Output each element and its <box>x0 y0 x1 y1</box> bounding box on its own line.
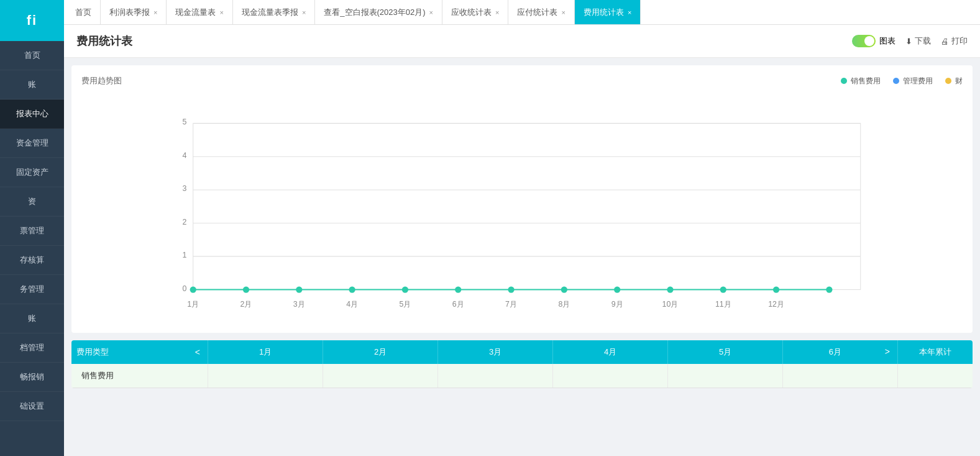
table-header-row: 费用类型 < 1月 2月 3月 4月 5月 6月 > 本年累计 <box>71 340 973 364</box>
sidebar-item-expense[interactable]: 畅报销 <box>0 363 64 392</box>
chart-section: 费用趋势图 销售费用 管理费用 财 <box>71 65 973 333</box>
table-cell-sales-m4 <box>553 364 668 388</box>
sidebar-item-reports[interactable]: 报表中心 <box>0 100 64 129</box>
svg-point-16 <box>349 286 355 292</box>
legend-dot-sales <box>841 78 847 84</box>
tab-close-expense-stats[interactable]: × <box>628 9 631 16</box>
download-icon: ⬇ <box>905 37 912 46</box>
next-arrow[interactable]: > <box>882 347 892 356</box>
table-cell-sales-m1 <box>208 364 323 388</box>
sidebar-item-home[interactable]: 首页 <box>0 41 64 70</box>
tab-close-payable[interactable]: × <box>561 9 565 16</box>
svg-text:2: 2 <box>183 218 187 226</box>
chart-toggle[interactable] <box>852 35 876 47</box>
table-header-month-4: 4月 <box>553 340 668 364</box>
table-header-month-5: 5月 <box>668 340 783 364</box>
chart-title: 费用趋势图 <box>81 75 122 86</box>
tab-blank-report[interactable]: 查看_空白报表(2023年02月) × <box>315 0 442 25</box>
svg-point-17 <box>402 286 408 292</box>
sidebar-item-capital[interactable]: 资金管理 <box>0 129 64 158</box>
page-title: 费用统计表 <box>76 34 132 49</box>
line-chart-svg: 0 1 2 3 4 5 <box>81 93 963 323</box>
table-header-month-2: 2月 <box>323 340 438 364</box>
table-cell-sales-m3 <box>438 364 553 388</box>
sidebar-item-ledger[interactable]: 账 <box>0 304 64 333</box>
chart-header: 费用趋势图 销售费用 管理费用 财 <box>81 75 963 86</box>
svg-text:11月: 11月 <box>715 300 731 309</box>
svg-text:6月: 6月 <box>452 300 464 309</box>
svg-text:8月: 8月 <box>558 300 570 309</box>
tab-close-receivable[interactable]: × <box>495 9 499 16</box>
sidebar-item-settings[interactable]: 础设置 <box>0 392 64 421</box>
svg-point-22 <box>667 286 673 292</box>
sidebar-item-inventory[interactable]: 存核算 <box>0 246 64 275</box>
table-cell-sales-m5 <box>668 364 783 388</box>
table-header-type: 费用类型 < <box>71 340 208 364</box>
table-row-sales: 销售费用 <box>71 364 973 388</box>
sidebar-item-archive[interactable]: 档管理 <box>0 333 64 363</box>
tab-close-profit-quarterly[interactable]: × <box>153 9 157 16</box>
content-area: 费用统计表 图表 ⬇ 下载 🖨 打印 费用趋势图 <box>64 25 980 456</box>
svg-text:0: 0 <box>183 284 187 293</box>
sidebar-item-account[interactable]: 账 <box>0 70 64 100</box>
tab-home[interactable]: 首页 <box>66 0 101 25</box>
svg-point-21 <box>614 286 620 292</box>
svg-point-19 <box>508 286 514 292</box>
svg-text:7月: 7月 <box>505 300 517 309</box>
legend-management: 管理费用 <box>893 76 933 86</box>
svg-text:4月: 4月 <box>346 300 358 309</box>
tab-close-blank-report[interactable]: × <box>429 9 433 16</box>
svg-text:4: 4 <box>183 151 187 160</box>
legend-dot-management <box>893 78 899 84</box>
chart-toggle-wrapper: 图表 <box>852 35 895 47</box>
sidebar-item-assets[interactable]: 固定资产 <box>0 158 64 187</box>
legend-sales: 销售费用 <box>841 76 881 86</box>
download-button[interactable]: ⬇ 下载 <box>905 35 931 47</box>
svg-text:5: 5 <box>183 118 187 126</box>
legend-dot-finance <box>945 78 951 84</box>
table-cell-sales-m6 <box>783 364 898 388</box>
svg-text:1月: 1月 <box>187 300 199 309</box>
tab-close-cashflow-quarterly[interactable]: × <box>302 9 306 16</box>
legend-label-sales: 销售费用 <box>851 76 881 86</box>
legend-label-finance: 财 <box>955 76 963 86</box>
legend-finance: 财 <box>945 76 963 86</box>
table-cell-type-sales: 销售费用 <box>71 364 208 388</box>
type-label: 费用类型 <box>76 347 109 358</box>
svg-point-23 <box>720 286 726 292</box>
header-actions: 图表 ⬇ 下载 🖨 打印 <box>852 35 968 47</box>
svg-text:9月: 9月 <box>611 300 623 309</box>
table-cell-sales-m2 <box>323 364 438 388</box>
tab-cashflow-quarterly[interactable]: 现金流量表季报 × <box>233 0 315 25</box>
svg-rect-12 <box>193 123 861 289</box>
tab-profit-quarterly[interactable]: 利润表季报 × <box>101 0 167 25</box>
tab-receivable[interactable]: 应收统计表 × <box>442 0 508 25</box>
svg-text:5月: 5月 <box>399 300 411 309</box>
main-area: 首页 利润表季报 × 现金流量表 × 现金流量表季报 × 查看_空白报表(202… <box>64 0 980 456</box>
svg-text:2月: 2月 <box>240 300 252 309</box>
sidebar-item-invoice[interactable]: 票管理 <box>0 216 64 246</box>
svg-point-18 <box>455 286 461 292</box>
sidebar-item-service[interactable]: 务管理 <box>0 275 64 304</box>
page-header: 费用统计表 图表 ⬇ 下载 🖨 打印 <box>64 25 980 58</box>
sidebar: fi 首页 账 报表中心 资金管理 固定资产 资 票管理 存核算 务管理 账 档… <box>0 0 64 456</box>
svg-point-20 <box>561 286 567 292</box>
svg-text:1: 1 <box>183 251 187 259</box>
print-icon: 🖨 <box>941 37 949 46</box>
prev-arrow[interactable]: < <box>193 347 203 357</box>
table-header-total: 本年累计 <box>898 340 973 364</box>
sidebar-item-resource[interactable]: 资 <box>0 187 64 216</box>
print-button[interactable]: 🖨 打印 <box>941 35 968 47</box>
svg-text:12月: 12月 <box>768 300 784 309</box>
chart-toggle-label: 图表 <box>879 35 895 47</box>
tab-payable[interactable]: 应付统计表 × <box>508 0 574 25</box>
svg-point-24 <box>773 286 779 292</box>
tab-close-cashflow[interactable]: × <box>219 9 223 16</box>
svg-point-13 <box>190 286 196 292</box>
legend-label-management: 管理费用 <box>903 76 933 86</box>
tab-cashflow[interactable]: 现金流量表 × <box>167 0 232 25</box>
tab-expense-stats[interactable]: 费用统计表 × <box>575 0 641 25</box>
svg-text:3月: 3月 <box>293 300 305 309</box>
svg-text:3: 3 <box>183 184 187 193</box>
chart-legend: 销售费用 管理费用 财 <box>841 76 963 86</box>
